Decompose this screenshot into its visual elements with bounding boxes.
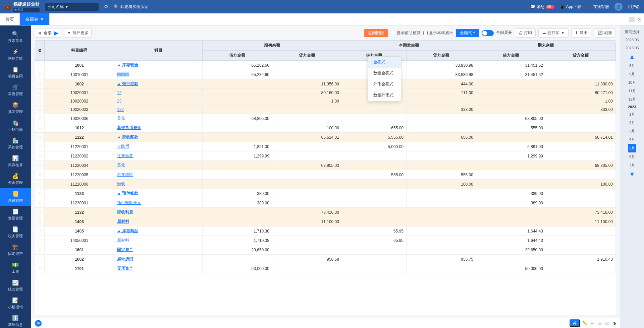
row-subject[interactable]: 其他货币资金	[114, 123, 202, 133]
dropdown-item-qty-foreign[interactable]: 数量外币式	[368, 90, 401, 101]
sidebar-item-purchase[interactable]: 🏪 采购管理	[0, 135, 31, 152]
row-subject[interactable]: 美元	[114, 114, 202, 123]
month-jul[interactable]: 7月	[628, 161, 636, 170]
row-subject[interactable]: 往来标签	[114, 151, 202, 161]
row-gear[interactable]: ⚙	[35, 264, 45, 273]
row-subject[interactable]: 所在地区	[114, 170, 202, 180]
row-gear[interactable]: ⚙	[35, 97, 45, 106]
sidebar-item-report[interactable]: 📝 小畅报销	[0, 294, 31, 312]
row-subject[interactable]: 预付账款美元	[114, 198, 202, 208]
row-subject[interactable]: 回回回	[114, 70, 202, 79]
amount-style-btn[interactable]: 金额式 ^	[456, 29, 479, 37]
nav-back-icon[interactable]: ◀	[38, 30, 41, 35]
return-old-version-btn[interactable]: 返回旧版	[364, 29, 388, 37]
row-gear[interactable]: ⚙	[35, 151, 45, 161]
row-gear[interactable]: ⚙	[35, 161, 45, 170]
month-jan[interactable]: 1月	[628, 110, 636, 119]
row-gear[interactable]: ⚙	[35, 114, 45, 123]
star-icon[interactable]: →	[590, 321, 594, 326]
display-icon[interactable]: ◑	[612, 321, 616, 326]
sidebar-item-salary[interactable]: 💵 工资	[0, 259, 31, 277]
lang-btn[interactable]: 英	[570, 319, 580, 327]
col-settings-icon[interactable]: ⚙	[38, 48, 42, 53]
row-subject[interactable]: 美元	[114, 161, 202, 170]
row-subject[interactable]: 122	[114, 106, 202, 114]
sidebar-item-finance[interactable]: 💰 资金管理	[0, 170, 31, 188]
edit-icon[interactable]: ✏️	[583, 321, 588, 326]
sidebar-item-ledger[interactable]: 📒 总账管理	[0, 188, 31, 206]
period-start[interactable]: 2023.05	[620, 36, 644, 44]
sidebar-item-wholesale[interactable]: 📦 批发管理	[0, 99, 31, 117]
row-subject[interactable]: 人民币	[114, 142, 202, 151]
month-dec[interactable]: 12月	[627, 95, 637, 104]
month-mar[interactable]: 3月	[628, 127, 636, 135]
dropdown-item-amount[interactable]: 金额式	[368, 57, 401, 68]
row-subject[interactable]: 23	[114, 97, 202, 106]
row-subject[interactable]: 12	[114, 89, 202, 97]
row-gear[interactable]: ⚙	[35, 142, 45, 151]
row-gear[interactable]: ⚙	[35, 208, 45, 217]
row-subject[interactable]: 原材料	[114, 236, 202, 245]
sidebar-item-assets[interactable]: 🏗️ 固定资产	[0, 241, 31, 259]
month-feb[interactable]: 2月	[628, 119, 636, 127]
show-auxiliary-checkbox[interactable]	[391, 31, 395, 35]
tab-close-icon[interactable]: ✕	[40, 17, 44, 22]
row-gear[interactable]: ⚙	[35, 255, 45, 264]
row-subject[interactable]: 无形资产	[114, 264, 202, 273]
row-subject[interactable]: 累计折旧	[114, 255, 202, 264]
refresh-btn[interactable]: 🔄 刷新	[594, 28, 616, 38]
notifications-btn[interactable]: 💬 消息 99+	[530, 4, 554, 10]
row-gear[interactable]: ⚙	[35, 89, 45, 97]
month-sep[interactable]: 9月	[628, 70, 636, 78]
period-expand-up[interactable]: ▲	[628, 52, 637, 62]
cloud-print-btn[interactable]: ☁ 云打印 ▼	[538, 28, 569, 38]
row-gear[interactable]: ⚙	[35, 245, 45, 255]
translate-icon[interactable]: 字	[35, 320, 42, 327]
app-download-btn[interactable]: 📱 App下载	[560, 4, 581, 10]
row-subject[interactable]: ▲ 银行存款	[114, 79, 202, 89]
sidebar-item-operations[interactable]: 📈 经营管理	[0, 277, 31, 294]
sidebar-item-quicknav[interactable]: ⚡ 快捷导航	[0, 46, 31, 64]
month-oct[interactable]: 10月	[627, 78, 637, 87]
dropdown-item-qty-amount[interactable]: 数量金额式	[368, 68, 401, 79]
print-btn[interactable]: 🖨 打印	[515, 28, 536, 38]
sidebar-item-ecommerce[interactable]: 🛍️ 小畅电商	[0, 117, 31, 135]
row-gear[interactable]: ⚙	[35, 106, 45, 114]
month-may[interactable]: 5月	[628, 144, 636, 152]
period-collapse-down[interactable]: ▼	[628, 170, 637, 179]
tab-maximize-icon[interactable]: ⬜	[629, 17, 635, 22]
show-ytd-checkbox[interactable]	[423, 31, 428, 35]
keyboard-icon[interactable]: ⌨️	[605, 321, 610, 326]
dropdown-item-foreign-amount[interactable]: 外币金额式	[368, 79, 401, 90]
row-subject[interactable]: 游戏	[114, 180, 202, 189]
row-subject[interactable]: ▲ 预付账款	[114, 189, 202, 198]
row-subject[interactable]: 固定资产	[114, 245, 202, 255]
row-gear[interactable]: ⚙	[35, 123, 45, 133]
sidebar-item-search[interactable]: 🔍 搜索菜单	[0, 28, 31, 46]
row-subject[interactable]: 应收利息	[114, 208, 202, 217]
sidebar-item-tax[interactable]: 📑 税务管理	[0, 223, 31, 241]
company-selector[interactable]: 公司名称 ▼	[45, 3, 99, 11]
row-gear[interactable]: ⚙	[35, 79, 45, 89]
toggle-expand-switch[interactable]	[482, 30, 494, 36]
month-apr[interactable]: 4月	[628, 135, 636, 144]
tab-balance[interactable]: 余额表 ✕	[20, 13, 50, 25]
month-jun[interactable]: 6月	[628, 153, 636, 161]
row-gear[interactable]: ⚙	[35, 226, 45, 236]
row-gear[interactable]: ⚙	[35, 70, 45, 79]
row-subject[interactable]: ▲ 库存现金	[114, 61, 202, 70]
row-gear[interactable]: ⚙	[35, 133, 45, 142]
row-gear[interactable]: ⚙	[35, 61, 45, 70]
row-subject[interactable]: ▲ 库存商品	[114, 226, 202, 236]
user-avatar[interactable]: 👤	[614, 3, 623, 11]
period-end[interactable]: 2023.05	[620, 44, 644, 52]
row-subject[interactable]: 原材料	[114, 217, 202, 226]
month-nov[interactable]: 11月	[627, 87, 637, 95]
row-gear[interactable]: ⚙	[35, 217, 45, 226]
row-gear[interactable]: ⚙	[35, 180, 45, 189]
online-service-btn[interactable]: 🎧 在线客服	[587, 4, 609, 10]
sidebar-item-invoice[interactable]: 🧾 发票管理	[0, 206, 31, 223]
expand-more-btn[interactable]: ▼ 展开更多	[64, 28, 92, 38]
cloud-sync-icon[interactable]: ☁️	[597, 321, 602, 326]
sidebar-item-inventory[interactable]: 📊 库存核算	[0, 152, 31, 170]
